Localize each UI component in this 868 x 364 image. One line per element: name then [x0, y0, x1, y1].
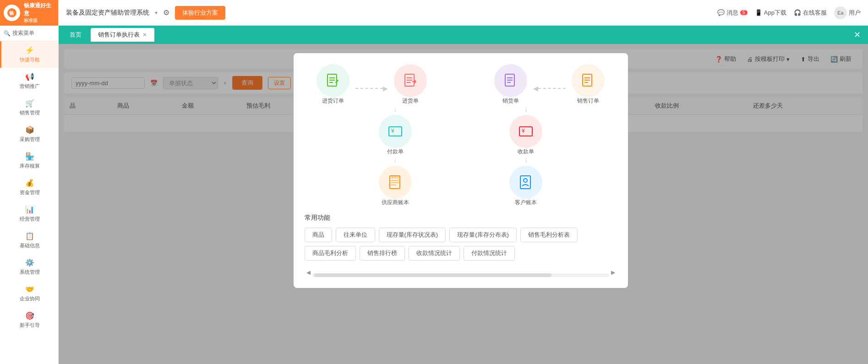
- empty-col8: [564, 166, 597, 206]
- modal-overlay: 进货订单 ▶: [59, 44, 868, 364]
- scrollbar-left[interactable]: ◀: [305, 269, 312, 276]
- system-icon: ⚙️: [25, 258, 34, 267]
- sales-bill-icon: [494, 64, 527, 97]
- scrollbar-right[interactable]: ▶: [609, 269, 617, 276]
- func-btn-0[interactable]: 商品: [305, 228, 332, 242]
- node-payment-bill[interactable]: ¥ 付款单: [379, 115, 412, 156]
- workflow-diagram: 进货订单 ▶: [305, 64, 617, 206]
- node-receipt-bill[interactable]: ¥ 收款单: [509, 115, 542, 156]
- spacer3: [433, 115, 488, 156]
- arrow-po-pb: ▶: [355, 85, 388, 92]
- sidebar-item-sales[interactable]: 🛒销售管理: [0, 94, 58, 121]
- customer-ledger-icon: [509, 166, 542, 199]
- empty-col5: [324, 156, 357, 164]
- gear-icon[interactable]: ⚙: [163, 8, 169, 17]
- common-functions: 常用功能 商品往来单位现存量(库存状况表)现存量(库存分布表)销售毛利分析表商品…: [305, 214, 617, 261]
- node-customer-ledger[interactable]: 客户账本: [509, 166, 542, 206]
- sidebar-item-basic[interactable]: 📋基础信息: [0, 227, 58, 254]
- spacer2: [433, 105, 488, 113]
- func-btn-7[interactable]: 收款情况统计: [409, 246, 460, 261]
- sidebar-item-quick-nav[interactable]: ⚡快捷导航: [0, 41, 58, 68]
- sales-bill-label: 销货单: [502, 97, 519, 105]
- tab-bar-close[interactable]: ✕: [850, 28, 864, 42]
- newbie-icon: 🎯: [25, 311, 34, 320]
- tab-close-sales-order[interactable]: ✕: [142, 32, 147, 38]
- system-title: 装备及固定资产辅助管理系统: [66, 9, 149, 17]
- sales-label: 销售管理: [20, 109, 40, 116]
- func-btn-6[interactable]: 销售排行榜: [360, 246, 405, 261]
- message-icon: 💬: [717, 9, 725, 16]
- sidebar-search[interactable]: 🔍 搜索菜单: [0, 26, 58, 41]
- arrow-pb-down: ↓: [379, 105, 412, 113]
- sidebar-nav: ⚡快捷导航📢营销推广🛒销售管理📦采购管理🏪库存核算💰资金管理📊经营管理📋基础信息…: [0, 41, 58, 333]
- sidebar-item-enterprise[interactable]: 🤝企业协同: [0, 280, 58, 307]
- marketing-icon: 📢: [25, 72, 34, 81]
- message-item[interactable]: 💬 消息 5: [717, 9, 748, 17]
- online-service-label: 在线客服: [803, 9, 827, 17]
- payment-bill-label: 付款单: [387, 148, 404, 156]
- header-right: 💬 消息 5 📱 App下载 🎧 在线客服 Ea 用户: [717, 6, 861, 19]
- logo-subtitle: 标准版: [24, 17, 55, 24]
- purchase-bill-label: 进货单: [402, 97, 419, 105]
- receipt-bill-label: 收款单: [518, 148, 534, 156]
- empty-col4: [564, 115, 597, 156]
- svg-point-28: [524, 179, 527, 182]
- func-btn-2[interactable]: 现存量(库存状况表): [379, 228, 446, 242]
- sidebar-item-newbie[interactable]: 🎯新手引导: [0, 307, 58, 333]
- quick-nav-label: 快捷导航: [20, 56, 40, 63]
- func-btn-1[interactable]: 往来单位: [336, 228, 375, 242]
- arrow-receipt-down: ↓: [509, 156, 542, 164]
- tab-label-home: 首页: [70, 31, 82, 39]
- scrollbar-thumb[interactable]: [314, 273, 551, 277]
- message-badge: 5: [740, 10, 748, 15]
- func-btn-4[interactable]: 销售毛利分析表: [520, 228, 578, 242]
- user-item[interactable]: Ea 用户: [834, 6, 861, 19]
- tab-home[interactable]: 首页: [62, 28, 89, 42]
- sidebar-item-marketing[interactable]: 📢营销推广: [0, 68, 58, 94]
- trial-button[interactable]: 体验行业方案: [175, 6, 225, 20]
- tab-sales-order[interactable]: 销售订单执行表✕: [91, 28, 154, 42]
- sidebar-item-inventory[interactable]: 🏪库存核算: [0, 147, 58, 174]
- spacer4: [433, 156, 488, 164]
- main-content: 装备及固定资产辅助管理系统 ▾ ⚙ 体验行业方案 💬 消息 5 📱 App下载 …: [59, 0, 868, 364]
- node-supplier-ledger[interactable]: 供应商账本: [379, 166, 412, 206]
- tabs-container: 首页销售订单执行表✕: [62, 28, 848, 42]
- logo: 畅 畅康通好生意 标准版: [0, 0, 58, 26]
- node-sales-bill[interactable]: 销货单: [494, 64, 527, 105]
- svg-rect-23: [391, 177, 399, 179]
- online-service-item[interactable]: 🎧 在线客服: [794, 9, 827, 17]
- sidebar-item-system[interactable]: ⚙️系统管理: [0, 254, 58, 280]
- sales-icon: 🛒: [25, 99, 34, 108]
- node-purchase-order[interactable]: 进货订单: [317, 64, 349, 105]
- arrow-payment-down: ↓: [379, 156, 412, 164]
- common-functions-title: 常用功能: [305, 214, 617, 222]
- purchase-bill-icon: [394, 64, 427, 97]
- app-download-item[interactable]: 📱 App下载: [755, 9, 786, 17]
- modal-scrollbar[interactable]: [312, 273, 609, 277]
- user-name: 用户: [849, 9, 861, 17]
- empty-col6: [564, 156, 597, 164]
- dropdown-arrow[interactable]: ▾: [155, 10, 158, 16]
- sidebar-item-finance[interactable]: 💰资金管理: [0, 174, 58, 201]
- inventory-label: 库存核算: [20, 163, 40, 169]
- basic-icon: 📋: [25, 232, 34, 240]
- payment-bill-icon: ¥: [379, 115, 412, 148]
- node-purchase-bill[interactable]: 进货单: [394, 64, 427, 105]
- tab-bar: 首页销售订单执行表✕ ✕: [59, 26, 868, 44]
- sidebar-item-operations[interactable]: 📊经营管理: [0, 201, 58, 227]
- enterprise-icon: 🤝: [25, 285, 34, 293]
- sidebar-item-purchase[interactable]: 📦采购管理: [0, 121, 58, 147]
- func-btn-8[interactable]: 付款情况统计: [464, 246, 515, 261]
- func-btn-5[interactable]: 商品毛利分析: [305, 246, 356, 261]
- quick-nav-icon: ⚡: [25, 46, 34, 54]
- supplier-ledger-icon: [379, 166, 412, 199]
- node-sales-order[interactable]: 销售订单: [572, 64, 605, 105]
- avatar: Ea: [834, 6, 847, 19]
- func-btn-3[interactable]: 现存量(库存分布表): [449, 228, 517, 242]
- app-icon: 📱: [755, 9, 762, 16]
- top-header: 装备及固定资产辅助管理系统 ▾ ⚙ 体验行业方案 💬 消息 5 📱 App下载 …: [59, 0, 868, 26]
- basic-label: 基础信息: [20, 242, 40, 249]
- message-label: 消息: [726, 9, 738, 17]
- modal-dialog: 进货订单 ▶: [294, 53, 628, 288]
- operations-label: 经营管理: [20, 216, 40, 223]
